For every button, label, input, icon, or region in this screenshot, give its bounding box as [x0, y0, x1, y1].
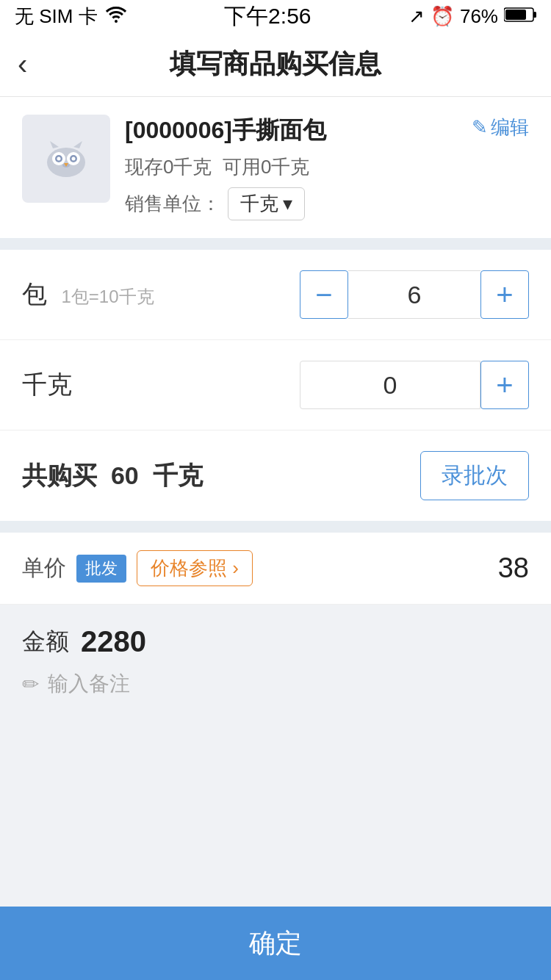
- pack-decrease-button[interactable]: −: [300, 270, 348, 319]
- status-right: ↗ ⏰ 76%: [408, 5, 536, 28]
- price-value: 38: [498, 552, 529, 584]
- amount-row: 金额 2280: [22, 625, 529, 658]
- back-button[interactable]: ‹: [18, 48, 27, 81]
- chevron-down-icon: ▾: [283, 192, 292, 215]
- price-row: 单价 批发 价格参照 › 38: [0, 533, 551, 605]
- wifi-icon: [105, 5, 127, 28]
- edit-button[interactable]: ✎ 编辑: [472, 115, 529, 140]
- kg-label: 千克: [22, 368, 300, 402]
- confirm-bar[interactable]: 确定: [0, 907, 551, 980]
- pack-increase-button[interactable]: +: [480, 270, 529, 319]
- pack-hint: 1包=10千克: [61, 287, 154, 306]
- carrier-text: 无 SIM 卡: [15, 4, 98, 29]
- confirm-button[interactable]: 确定: [249, 926, 302, 962]
- batch-button[interactable]: 录批次: [420, 451, 529, 500]
- divider-2: [0, 521, 551, 533]
- battery-icon: [504, 5, 536, 28]
- svg-marker-12: [73, 141, 82, 148]
- pencil-icon: ✏: [22, 672, 39, 696]
- kg-increase-button[interactable]: +: [480, 361, 529, 409]
- amount-value: 2280: [81, 625, 146, 658]
- edit-icon: ✎: [472, 116, 488, 139]
- page-title: 填写商品购买信息: [170, 46, 381, 82]
- amount-section: 金额 2280 ✏ 输入备注: [0, 605, 551, 710]
- product-name: [0000006]手撕面包: [125, 115, 457, 147]
- kg-row: 千克 +: [0, 340, 551, 430]
- pack-controls: − +: [300, 270, 529, 319]
- svg-point-8: [57, 157, 61, 161]
- svg-rect-2: [505, 10, 526, 20]
- total-text: 共购买 60 千克: [22, 459, 203, 493]
- pack-label: 包 1包=10千克: [22, 278, 300, 311]
- svg-rect-1: [533, 12, 536, 18]
- product-unit: 销售单位： 千克 ▾: [125, 187, 457, 220]
- nav-bar: ‹ 填写商品购买信息: [0, 32, 551, 97]
- price-ref-button[interactable]: 价格参照 ›: [137, 550, 253, 586]
- note-placeholder: 输入备注: [48, 670, 130, 698]
- status-carrier: 无 SIM 卡: [15, 4, 127, 29]
- svg-marker-11: [50, 141, 59, 148]
- kg-input[interactable]: [300, 361, 480, 409]
- status-time: 下午2:56: [224, 1, 311, 32]
- svg-point-9: [72, 157, 76, 161]
- price-section: 单价 批发 价格参照 › 38: [0, 533, 551, 605]
- product-thumbnail: [22, 115, 110, 203]
- product-card: [0000006]手撕面包 现存0千克 可用0千克 销售单位： 千克 ▾ ✎ 编…: [0, 97, 551, 238]
- pack-input[interactable]: [348, 270, 480, 319]
- status-bar: 无 SIM 卡 下午2:56 ↗ ⏰ 76%: [0, 0, 551, 32]
- amount-label: 金额: [22, 626, 69, 658]
- product-info: [0000006]手撕面包 现存0千克 可用0千克 销售单位： 千克 ▾: [125, 115, 457, 220]
- spacer: [0, 710, 551, 930]
- note-row[interactable]: ✏ 输入备注: [22, 670, 529, 698]
- location-icon: ↗: [408, 5, 425, 28]
- pack-row: 包 1包=10千克 − +: [0, 250, 551, 340]
- svg-point-3: [47, 148, 85, 177]
- batch-tag: 批发: [76, 555, 126, 583]
- total-amount: 60: [111, 461, 139, 489]
- battery-text: 76%: [460, 5, 498, 28]
- kg-controls: +: [300, 361, 529, 409]
- total-row: 共购买 60 千克 录批次: [0, 430, 551, 521]
- alarm-icon: ⏰: [431, 5, 454, 28]
- unit-select[interactable]: 千克 ▾: [228, 187, 305, 220]
- divider-1: [0, 238, 551, 250]
- price-label: 单价: [22, 553, 66, 583]
- pack-input-section: 包 1包=10千克 − + 千克 +: [0, 250, 551, 430]
- product-stock: 现存0千克 可用0千克: [125, 154, 457, 180]
